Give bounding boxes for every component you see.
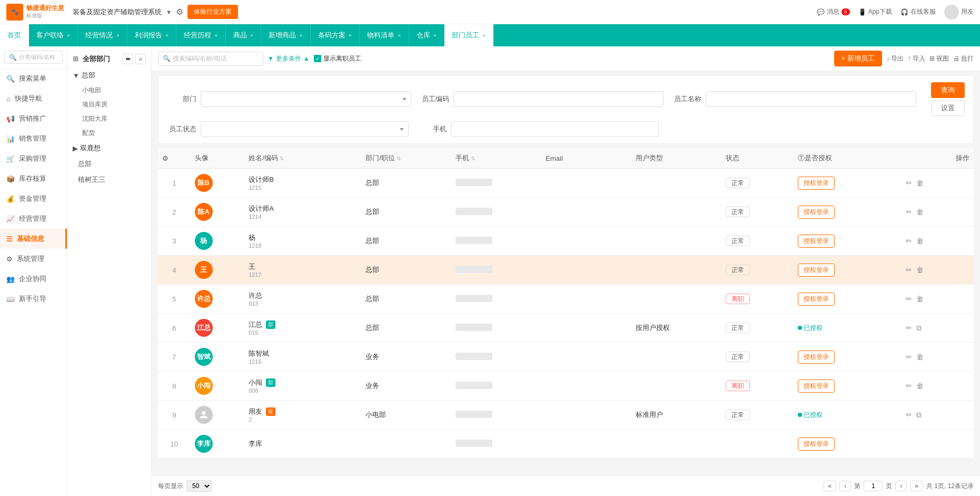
edit-icon[interactable]: ✏ [906,353,912,361]
auth-button[interactable]: 授权登录 [798,380,835,393]
tab-warehouse[interactable]: 仓库 × [409,24,444,46]
edit-icon[interactable]: ✏ [906,382,912,390]
next-page-button[interactable]: › [895,481,907,491]
sidebar-search-box[interactable]: 🔍 分类编码/名称 [4,51,63,64]
system-dropdown-arrow[interactable]: ▼ [166,9,172,15]
close-icon[interactable]: × [482,32,486,38]
emp-code-input[interactable] [453,91,664,107]
settings-gear-icon[interactable]: ⚙ [176,7,183,17]
last-page-button[interactable]: » [910,481,923,491]
sidebar-item-ops[interactable]: 📈 经营管理 [0,209,67,229]
auth-button[interactable]: 授权登录 [798,177,835,190]
close-icon[interactable]: × [67,32,70,38]
col-name[interactable]: 姓名/编码 [244,148,361,169]
sidebar-item-purchase[interactable]: 🛒 采购管理 [0,149,67,169]
edit-icon[interactable]: ✏ [906,237,912,245]
emp-status-select[interactable] [201,121,409,137]
delete-icon[interactable]: 🗑 [916,237,924,245]
phone-input[interactable] [451,121,659,137]
sidebar-item-guide[interactable]: 📖 新手引导 [0,289,67,309]
view-button[interactable]: ⊞ 视图 [929,54,949,63]
page-number-input[interactable] [864,481,883,491]
auth-button[interactable]: 授权登录 [798,206,835,219]
delete-icon[interactable]: 🗑 [916,179,924,187]
online-service-action[interactable]: 🎧 在线客服 [900,7,936,16]
app-download-action[interactable]: 📱 App下载 [858,7,892,16]
auth-button[interactable]: 授权登录 [798,351,835,364]
reset-button[interactable]: 设置 [931,100,965,116]
close-icon[interactable]: × [165,32,169,38]
close-icon[interactable]: × [250,32,253,38]
sidebar-item-search[interactable]: 🔍 搜索菜单 [0,69,67,89]
tab-employees[interactable]: 部门员工 × [444,24,493,46]
dept-edit-icon-btn[interactable]: ✏ [123,54,133,64]
show-resigned-label[interactable]: ✓ 显示离职员工 [314,54,361,63]
print-button[interactable]: 🖨 批打 [953,54,974,63]
dept-collapse-btn[interactable]: « [135,54,146,64]
delete-icon[interactable]: 🗑 [916,208,924,216]
dept-item-project[interactable]: 项目库房 [67,98,151,112]
sidebar-item-basic[interactable]: ☰ 基础信息 [0,229,67,249]
tab-barcode[interactable]: 条码方案 × [311,24,360,46]
tab-add-goods[interactable]: 新增商品 × [261,24,310,46]
edit-icon[interactable]: ✏ [906,179,912,187]
dept-filter-select[interactable] [201,91,411,107]
delete-icon[interactable]: 🗑 [916,295,924,303]
trial-button[interactable]: 体验行业方案 [187,5,238,19]
dept-group-headquarter[interactable]: ▼ 总部 [67,67,151,83]
export-button[interactable]: ↓ 导出 [886,54,904,63]
dept-item-shenyang[interactable]: 沈阳大库 [67,112,151,126]
dept-group-shuanglu[interactable]: ▶ 双鹿想 [67,140,151,156]
sidebar-item-finance[interactable]: 💰 资金管理 [0,189,67,209]
auth-button[interactable]: 授权登录 [798,437,835,451]
auth-button[interactable]: 授权登录 [798,235,835,248]
col-dept[interactable]: 部门/职位 [361,148,451,169]
col-phone[interactable]: 手机 [451,148,541,169]
close-icon[interactable]: × [116,32,119,38]
auth-button[interactable]: 授权登录 [798,293,835,306]
first-page-button[interactable]: « [824,481,837,491]
close-icon[interactable]: × [433,32,437,38]
show-resigned-checkbox[interactable]: ✓ [314,55,321,62]
tab-goods[interactable]: 商品 × [226,24,261,46]
copy-icon[interactable]: ⧉ [916,324,922,333]
page-size-select[interactable]: 50 [186,480,212,492]
sidebar-item-collab[interactable]: 👥 企业协同 [0,269,67,289]
tab-bom[interactable]: 物料清单 × [360,24,409,46]
edit-icon[interactable]: ✏ [906,411,912,419]
close-icon[interactable]: × [214,32,217,38]
employee-search-box[interactable]: 🔍 搜索编码/名称/电话 [158,52,263,66]
dept-item-xiaodian[interactable]: 小电部 [67,83,151,98]
edit-icon[interactable]: ✏ [906,295,912,303]
delete-icon[interactable]: 🗑 [916,266,924,274]
sidebar-item-system[interactable]: ⚙ 系统管理 [0,249,67,269]
query-button[interactable]: 查询 [931,82,965,98]
dept-item-peihuo[interactable]: 配货 [67,126,151,140]
dept-item-zhishu[interactable]: 植树王三 [67,172,151,188]
dept-item-zongbu[interactable]: 总部 [67,156,151,172]
close-icon[interactable]: × [398,32,401,38]
tab-profit[interactable]: 利润报告 × [127,24,176,46]
col-settings[interactable]: ⚙ [158,148,191,169]
auth-button[interactable]: 授权登录 [798,264,835,277]
delete-icon[interactable]: 🗑 [916,353,924,361]
user-action[interactable]: 用友 [944,5,974,20]
emp-name-input[interactable] [706,91,916,107]
close-icon[interactable]: × [349,32,352,38]
more-filter-button[interactable]: ▼ 更多条件 ▲ [268,54,310,63]
tab-operations[interactable]: 经营情况 × [78,24,127,46]
sidebar-item-marketing[interactable]: 📢 营销推广 [0,109,67,129]
add-employee-button[interactable]: + 新增员工 [834,51,882,66]
delete-icon[interactable]: 🗑 [916,382,924,390]
sidebar-item-sales[interactable]: 📊 销售管理 [0,129,67,149]
edit-icon[interactable]: ✏ [906,208,912,216]
tab-history[interactable]: 经营历程 × [176,24,225,46]
close-icon[interactable]: × [299,32,302,38]
edit-icon[interactable]: ✏ [906,324,912,332]
import-button[interactable]: ↑ 导入 [908,54,925,63]
copy-icon[interactable]: ⧉ [916,411,922,420]
tab-home[interactable]: 首页 [0,24,29,46]
prev-page-button[interactable]: ‹ [839,481,851,491]
sidebar-item-stock[interactable]: 📦 库存核算 [0,169,67,189]
sidebar-item-home[interactable]: ⌂ 快捷导航 [0,89,67,109]
